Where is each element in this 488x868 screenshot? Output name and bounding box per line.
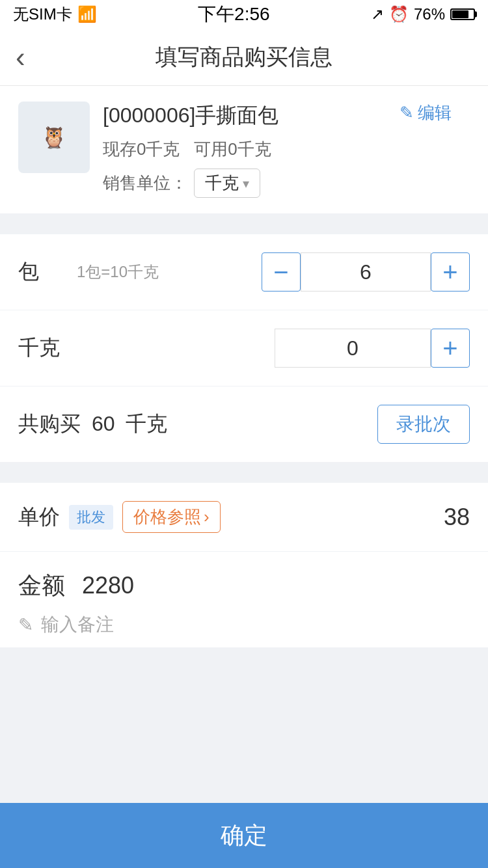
page-title: 填写商品购买信息	[156, 42, 332, 72]
section-divider-2	[0, 462, 488, 472]
package-minus-button[interactable]: −	[262, 252, 301, 292]
confirm-button[interactable]: 确定	[0, 803, 488, 868]
section-divider-1	[0, 224, 488, 234]
package-conversion: 1包=10千克	[77, 262, 159, 282]
amount-section: 金额 2280 ✎ 输入备注	[0, 552, 488, 647]
dropdown-icon: ▾	[243, 176, 249, 191]
status-left: 无SIM卡 📶	[13, 4, 97, 25]
back-icon: ‹	[16, 41, 25, 74]
package-plus-button[interactable]: +	[431, 252, 470, 292]
total-label: 共购买 60 千克	[18, 410, 167, 439]
price-ref-arrow: ›	[204, 507, 210, 527]
kg-controls: +	[275, 329, 470, 368]
carrier-text: 无SIM卡	[13, 4, 72, 25]
product-logo: 🦉	[41, 125, 67, 150]
product-card: 🦉 [0000006]手撕面包 现存0千克 可用0千克 销售单位： 千克 ▾ ✎…	[0, 86, 488, 213]
unit-select[interactable]: 千克 ▾	[194, 169, 260, 198]
kg-row: 千克 +	[0, 310, 488, 387]
product-unit-row: 销售单位： 千克 ▾	[103, 169, 470, 198]
alarm-icon: ⏰	[389, 5, 409, 23]
package-label: 包	[18, 258, 70, 286]
note-icon: ✎	[18, 614, 33, 636]
battery-tip	[475, 12, 477, 18]
total-row: 共购买 60 千克 录批次	[0, 387, 488, 462]
price-tag: 批发	[69, 505, 113, 530]
amount-label: 金额	[18, 572, 65, 599]
product-stock: 现存0千克 可用0千克	[103, 138, 470, 161]
kg-label: 千克	[18, 334, 70, 362]
product-details: [0000006]手撕面包 现存0千克 可用0千克 销售单位： 千克 ▾ ✎ 编…	[103, 102, 470, 198]
kg-input[interactable]	[275, 329, 431, 368]
form-section: 包 1包=10千克 − + 千克 +	[0, 234, 488, 387]
battery-fill	[452, 10, 468, 18]
package-row: 包 1包=10千克 − +	[0, 234, 488, 310]
batch-button[interactable]: 录批次	[377, 405, 470, 444]
package-controls: − +	[262, 252, 470, 292]
status-right: ↗ ⏰ 76%	[371, 5, 475, 23]
battery-text: 76%	[414, 5, 445, 23]
price-section: 单价 批发 价格参照 › 38	[0, 483, 488, 552]
status-time: 下午2:56	[198, 2, 270, 27]
package-input[interactable]	[301, 252, 431, 292]
amount-row: 金额 2280	[18, 570, 470, 602]
edit-button[interactable]: ✎ 编辑	[400, 102, 452, 124]
nav-bar: ‹ 填写商品购买信息	[0, 29, 488, 86]
wifi-icon: 📶	[77, 5, 97, 23]
kg-plus-button[interactable]: +	[431, 329, 470, 368]
back-button[interactable]: ‹	[16, 41, 25, 74]
product-image: 🦉	[18, 102, 90, 173]
status-bar: 无SIM卡 📶 下午2:56 ↗ ⏰ 76%	[0, 0, 488, 29]
location-icon: ↗	[371, 5, 384, 23]
amount-value: 2280	[82, 572, 134, 599]
price-ref-button[interactable]: 价格参照 ›	[122, 501, 221, 533]
note-placeholder: 输入备注	[41, 612, 114, 637]
price-value: 38	[444, 504, 470, 531]
price-row: 单价 批发 价格参照 › 38	[0, 483, 488, 552]
edit-icon: ✎	[400, 103, 414, 123]
price-label: 单价	[18, 503, 60, 532]
battery-icon	[450, 8, 475, 20]
note-row[interactable]: ✎ 输入备注	[18, 612, 470, 637]
